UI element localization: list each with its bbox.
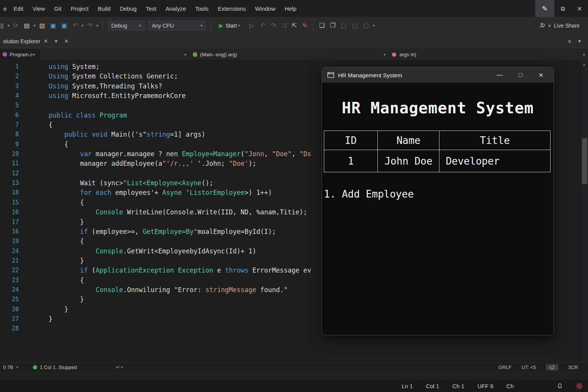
record-status-icon[interactable] (576, 383, 583, 389)
status-ok-icon (33, 365, 37, 369)
menu-item-extensions[interactable]: Extensions (213, 0, 250, 17)
toolbar-overflow-caret-icon[interactable]: ▾ (372, 23, 376, 28)
chevron-down-icon[interactable]: ∨ (564, 38, 575, 44)
close-icon[interactable]: ✕ (61, 38, 72, 44)
undo-icon[interactable]: ↶ (258, 22, 268, 29)
start-debug-button[interactable]: ▶ Start ▾ (217, 20, 243, 31)
scrollbar-thumb[interactable] (582, 138, 587, 184)
lower-strip (0, 372, 588, 380)
menu-item-partial[interactable]: e (1, 5, 9, 12)
menu-item-window[interactable]: Window (250, 0, 280, 17)
status-right-items: GRLFUT: <5c23CR (498, 363, 578, 372)
menu-item-test[interactable]: Test (141, 0, 161, 17)
undo-caret-icon[interactable]: ▾ (80, 23, 85, 28)
breadcrumb-project-dropdown[interactable]: ▾ (40, 49, 189, 60)
field-icon (392, 52, 396, 57)
close-window-button[interactable]: ✕ (571, 0, 588, 17)
console-table-body: 1John DoeDeveloper (324, 150, 550, 172)
table-header-cell: Name (377, 131, 439, 150)
add-item-caret-icon[interactable]: ▾ (32, 23, 36, 28)
tool-icon[interactable]: ▢ (338, 22, 349, 29)
restore-window-button[interactable]: ⧉ (554, 0, 571, 17)
tabstrip-right-controls: ∨ ▾ (564, 38, 588, 44)
debug-config-dropdown[interactable]: Debug ▾ (108, 21, 145, 31)
pencil-icon: ✎ (542, 5, 547, 13)
menu-item-project[interactable]: Project (66, 0, 93, 17)
method-icon (193, 52, 197, 57)
run-without-debug-icon[interactable]: ▷ (250, 22, 254, 29)
solution-explorer-tab[interactable]: olution Explorer (0, 38, 40, 44)
tool-icon[interactable]: ▢ (350, 22, 361, 29)
edit-pencil-button[interactable]: ✎ (535, 0, 554, 17)
console-titlebar[interactable]: HR Management System — □ ✕ (322, 67, 554, 83)
console-window-controls: — □ ✕ (497, 72, 544, 79)
bottombar-item: Ln 1 (402, 383, 413, 389)
redo-icon[interactable]: ↷ (85, 22, 95, 29)
new-project-caret-icon[interactable]: ▾ (7, 23, 11, 28)
caret-icon[interactable]: ▾ (575, 38, 584, 44)
toolbar-separator (211, 21, 211, 30)
menu-item-git[interactable]: Git (49, 0, 66, 17)
status-item[interactable]: UT: <5 (521, 364, 536, 370)
save-all-icon[interactable]: ▣ (59, 22, 70, 29)
hot-reload-icon[interactable]: ⤮ (279, 22, 289, 29)
step-icon[interactable]: ⇱ (289, 22, 299, 29)
editor-layout-icon[interactable]: ❏ (317, 22, 327, 29)
save-icon[interactable]: ▣ (48, 22, 59, 29)
live-share-label: Live Share (554, 23, 580, 29)
maximize-icon[interactable]: □ (519, 72, 523, 78)
bell-icon[interactable] (557, 383, 563, 389)
toolbar: ▯ ▾ ⟳ ▤ ▾ ▨ ▣ ▣ ↶ ▾ ↷ ▾ Debug ▾ Any CPU … (0, 17, 588, 34)
menu-item-analyze[interactable]: Analyze (161, 0, 190, 17)
vertical-scrollbar[interactable]: + (581, 60, 588, 362)
split-view-icon[interactable]: ❐ (327, 22, 338, 29)
close-icon[interactable]: ✕ (40, 38, 51, 44)
plus-icon[interactable]: + (583, 62, 586, 68)
close-icon[interactable]: ✕ (539, 72, 544, 79)
status-item[interactable]: c2 (546, 364, 558, 371)
redo-caret-icon[interactable]: ▾ (95, 23, 100, 28)
menu-item-build[interactable]: Build (93, 0, 115, 17)
editor-header: Program.c+ ▾ (Main- eng|) arg) ▾ args m)… (0, 49, 588, 60)
status-message-text: 1 Col 1. Stupped (40, 364, 77, 370)
open-icon[interactable]: ⟳ (11, 22, 21, 29)
menu-item-tools[interactable]: Tools (191, 0, 213, 17)
menu-item-help[interactable]: Help (280, 0, 301, 17)
menu-bar: e EditViewGitProjectBuildDebugTestAnalyz… (0, 0, 588, 17)
toolbar-separator (313, 21, 314, 30)
redo-icon[interactable]: ↷ (268, 22, 279, 29)
pen-tool-icon[interactable]: ✎ (299, 22, 310, 29)
platform-dropdown[interactable]: Any CPU ▾ (149, 21, 206, 31)
menu-item-view[interactable]: View (28, 0, 49, 17)
editor-status-row: 0 7B ▾ 1 Col 1. Stupped ↵▾ GRLFUT: <5c23… (0, 362, 588, 371)
visual-studio-window: e EditViewGitProjectBuildDebugTestAnalyz… (0, 0, 588, 392)
tab-program-file[interactable]: Program.c+ (0, 49, 40, 60)
zoom-value: 0 7B (3, 364, 13, 370)
minimize-icon[interactable]: — (497, 72, 503, 78)
add-item-icon[interactable]: ▤ (21, 22, 32, 29)
undo-icon[interactable]: ↶ (70, 22, 80, 29)
table-row: 1John DoeDeveloper (324, 150, 550, 172)
new-project-icon[interactable]: ▯ (0, 22, 7, 29)
tool-window-tabstrip: olution Explorer ✕ ▾ ✕ ∨ ▾ (0, 34, 588, 49)
breadcrumb-args-dropdown[interactable]: args m) ▾ (389, 49, 588, 60)
breadcrumb-member-label: (Main- eng|) arg) (200, 52, 237, 57)
status-item[interactable]: 3CR (568, 364, 578, 370)
chevron-down-icon: ▾ (16, 365, 18, 369)
breadcrumb-member-dropdown[interactable]: (Main- eng|) arg) ▾ (189, 49, 389, 60)
menu-item-edit[interactable]: Edit (9, 0, 28, 17)
bottombar-items: Ln 1Col 1Ch 1UFF 6Ch (402, 383, 514, 389)
bottombar-item: Col 1 (426, 383, 439, 389)
return-icon[interactable]: ↵▾ (116, 363, 122, 372)
debug-config-value: Debug (111, 23, 127, 29)
zoom-control[interactable]: 0 7B ▾ (3, 363, 18, 372)
live-share-button[interactable]: ∨ Live Share (539, 22, 580, 29)
tool-icon[interactable]: ▢ (361, 22, 372, 29)
open-folder-icon[interactable]: ▨ (36, 22, 47, 29)
menu-item-debug[interactable]: Debug (115, 0, 141, 17)
chevron-down-icon[interactable]: ▾ (51, 38, 61, 44)
status-item[interactable]: GRLF (498, 364, 512, 370)
console-heading: HR Management System (324, 99, 552, 117)
bottombar-item: UFF 6 (477, 383, 493, 389)
console-output: HR Management System IDNameTitle 1John D… (322, 99, 554, 200)
